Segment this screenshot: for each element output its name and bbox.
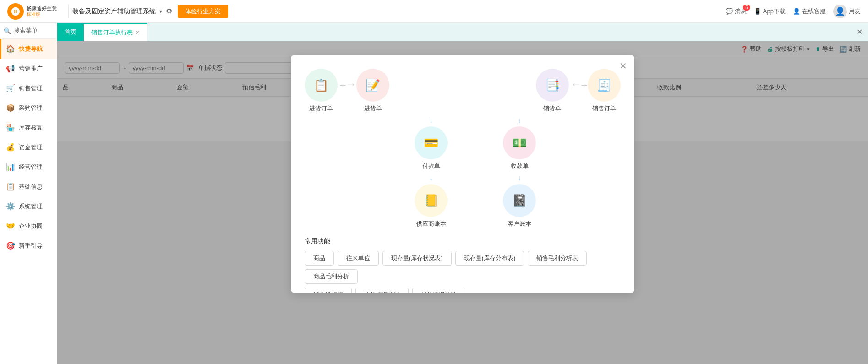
tab-bar: 首页 销售订单执行表 ✕ ✕ — [57, 23, 868, 41]
flow-node-sales-order[interactable]: 🧾 销售订单 — [588, 69, 621, 113]
user-btn[interactable]: 👤 用友 — [833, 5, 861, 18]
sidebar-item-operations[interactable]: 📊 经营管理 — [0, 157, 57, 177]
sidebar-item-label-basic-info: 基础信息 — [19, 183, 43, 191]
sidebar-item-label-marketing: 营销推广 — [19, 65, 43, 73]
tab-sales-exec-label: 销售订单执行表 — [91, 28, 133, 37]
logo-icon — [7, 3, 24, 20]
sidebar-item-guide[interactable]: 🎯 新手引导 — [0, 236, 57, 255]
purchase-bill-circle: 📝 — [356, 69, 389, 102]
quick-nav-icon: 🏠 — [6, 44, 15, 53]
app-download-btn[interactable]: 📱 App下载 — [754, 7, 786, 16]
tab-sales-exec[interactable]: 销售订单执行表 ✕ — [84, 23, 147, 41]
sidebar-item-label-guide: 新手引导 — [19, 242, 43, 250]
purchase-icon: 📦 — [6, 103, 15, 112]
tab-home[interactable]: 首页 — [57, 23, 84, 41]
sidebar-item-quick-nav[interactable]: 🏠 快捷导航 — [0, 39, 57, 59]
sales-order-label: 销售订单 — [592, 104, 616, 113]
sys-mgmt-icon: ⚙️ — [6, 202, 15, 211]
search-icon: 🔍 — [4, 27, 11, 34]
sidebar-item-basic-info[interactable]: 📋 基础信息 — [0, 177, 57, 196]
popup-close-btn[interactable]: ✕ — [619, 60, 627, 71]
receipt-bill-label: 收款单 — [511, 162, 529, 170]
service-icon: 👤 — [793, 8, 800, 15]
sidebar-item-enterprise[interactable]: 🤝 企业协同 — [0, 216, 57, 236]
func-buttons-row2: 销售排行榜 收款情况统计 付款情况统计 — [305, 288, 621, 293]
func-btn-partner[interactable]: 往来单位 — [338, 251, 379, 266]
sidebar-item-marketing[interactable]: 📢 营销推广 — [0, 59, 57, 78]
top-bar-divider — [68, 5, 69, 18]
customer-ledger-icon: 📓 — [512, 194, 527, 208]
supplier-ledger-circle: 📒 — [415, 184, 448, 217]
sidebar-item-funds[interactable]: 💰 资金管理 — [0, 137, 57, 157]
user-label: 用友 — [849, 7, 861, 16]
arrow-down-payment: ↓ — [429, 116, 433, 125]
sidebar-search-label: 搜索菜单 — [14, 27, 38, 35]
sidebar-item-label-enterprise: 企业协同 — [19, 222, 43, 230]
system-name-text: 装备及固定资产辅助管理系统 — [72, 7, 156, 16]
payment-bill-label: 付款单 — [422, 162, 440, 170]
logo-line1: 畅康通好生意 — [27, 5, 57, 11]
sales-bill-circle: 📑 — [536, 69, 569, 102]
flow-node-supplier-ledger[interactable]: 📒 供应商账本 — [415, 184, 448, 228]
message-badge: 6 — [743, 5, 750, 11]
sidebar-item-label-quick-nav: 快捷导航 — [19, 45, 43, 53]
tab-close-all[interactable]: ✕ — [857, 27, 863, 36]
arrow-purchase-order-to-bill: - - → — [339, 78, 355, 103]
func-buttons-row1: 商品 往来单位 现存量(库存状况表) 现存量(库存分布表) 销售毛利分析表 商品… — [305, 251, 621, 284]
flow-node-sales-bill[interactable]: 📑 销货单 — [536, 69, 569, 113]
sidebar-item-purchase[interactable]: 📦 采购管理 — [0, 98, 57, 118]
func-btn-gross-analysis[interactable]: 销售毛利分析表 — [528, 251, 587, 266]
flow-popup: ✕ 📋 进货订单 — [291, 55, 634, 293]
receipt-bill-circle: 💵 — [503, 126, 536, 159]
logo-area: 畅康通好生意 标准版 — [7, 3, 65, 20]
receipt-bill-icon: 💵 — [512, 136, 527, 150]
tab-sales-exec-close[interactable]: ✕ — [136, 29, 140, 36]
sidebar-item-inventory[interactable]: 🏪 库存核算 — [0, 118, 57, 137]
basic-info-icon: 📋 — [6, 182, 15, 191]
func-btn-product[interactable]: 商品 — [305, 251, 334, 266]
trial-button[interactable]: 体验行业方案 — [178, 5, 228, 18]
flow-node-purchase-bill[interactable]: 📝 进货单 — [356, 69, 389, 113]
arrow-down-supplier: ↓ — [429, 174, 433, 182]
purchase-bill-label: 进货单 — [364, 104, 382, 113]
marketing-icon: 📢 — [6, 64, 15, 73]
sidebar-item-label-inventory: 库存核算 — [19, 124, 43, 132]
flow-node-customer-ledger[interactable]: 📓 客户账本 — [503, 184, 536, 228]
settings-icon[interactable]: ⚙ — [166, 7, 172, 16]
phone-icon: 📱 — [754, 8, 761, 15]
func-btn-product-gross[interactable]: 商品毛利分析 — [305, 269, 358, 284]
purchase-order-circle: 📋 — [305, 69, 338, 102]
flow-node-receipt-bill[interactable]: 💵 收款单 — [503, 126, 536, 170]
app-download-label: App下载 — [763, 7, 786, 16]
sidebar-item-label-operations: 经营管理 — [19, 163, 43, 171]
online-service-btn[interactable]: 👤 在线客服 — [793, 7, 826, 16]
purchase-bill-icon: 📝 — [366, 78, 380, 92]
online-service-label: 在线客服 — [802, 7, 826, 16]
sidebar-search[interactable]: 🔍 搜索菜单 — [0, 23, 57, 39]
func-btn-stock-dist[interactable]: 现存量(库存分布表) — [455, 251, 524, 266]
customer-ledger-circle: 📓 — [503, 184, 536, 217]
sales-order-icon: 🧾 — [597, 78, 611, 92]
flow-node-purchase-order[interactable]: 📋 进货订单 — [305, 69, 338, 113]
sales-bill-icon: 📑 — [545, 78, 560, 92]
inventory-icon: 🏪 — [6, 123, 15, 132]
system-dropdown-btn[interactable]: ▾ — [159, 8, 162, 15]
message-icon: 💬 — [726, 8, 733, 15]
content-area: 首页 销售订单执行表 ✕ ✕ ❓ 帮助 — [57, 23, 868, 364]
flow-node-payment-bill[interactable]: 💳 付款单 — [415, 126, 448, 170]
logo-text: 畅康通好生意 标准版 — [27, 5, 57, 17]
flow-overlay: ✕ 📋 进货订单 — [57, 41, 868, 364]
system-name-area: 装备及固定资产辅助管理系统 ▾ ⚙ — [72, 7, 172, 16]
sidebar-item-label-purchase: 采购管理 — [19, 104, 43, 112]
enterprise-icon: 🤝 — [6, 222, 15, 230]
func-btn-sales-rank[interactable]: 销售排行榜 — [305, 288, 352, 293]
func-btn-payment-stats[interactable]: 付款情况统计 — [412, 288, 465, 293]
top-bar: 畅康通好生意 标准版 装备及固定资产辅助管理系统 ▾ ⚙ 体验行业方案 💬 消息… — [0, 0, 868, 23]
func-btn-receipt-stats[interactable]: 收款情况统计 — [355, 288, 409, 293]
message-btn[interactable]: 💬 消息 6 — [726, 7, 747, 16]
operations-icon: 📊 — [6, 163, 15, 171]
sidebar-item-sys-mgmt[interactable]: ⚙️ 系统管理 — [0, 196, 57, 216]
sales-bill-label: 销货单 — [543, 104, 561, 113]
sidebar-item-sales[interactable]: 🛒 销售管理 — [0, 78, 57, 98]
func-btn-stock-status[interactable]: 现存量(库存状况表) — [382, 251, 452, 266]
